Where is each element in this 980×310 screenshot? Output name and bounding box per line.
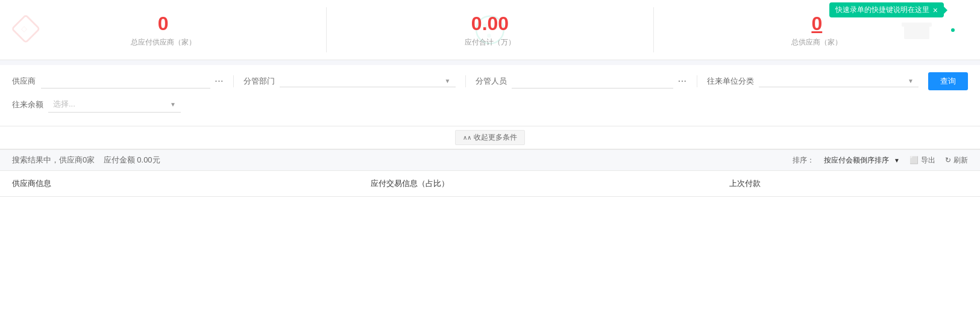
- sort-chevron-icon: ▼: [894, 157, 900, 164]
- col-header-supplier: 供应商信息: [12, 178, 371, 189]
- table-body: [0, 197, 980, 310]
- result-amount: 应付金额 0.00元: [104, 155, 160, 164]
- svg-rect-6: [904, 25, 929, 39]
- tooltip-close-btn[interactable]: ×: [933, 6, 938, 14]
- collapse-label: 收起更多条件: [474, 132, 517, 143]
- collapse-bar: ∧∧ 收起更多条件: [0, 126, 980, 149]
- total-suppliers-label: 总供应商（家）: [791, 37, 842, 48]
- payable-total-label: 应付合计（万）: [465, 37, 515, 48]
- stat-total-suppliers: 快速录单的快捷键说明在这里 × 0 总供应商（家）: [654, 7, 980, 52]
- sort-select[interactable]: 按应付会额倒序排序 ▼: [824, 155, 900, 166]
- diamond-icon: ◇: [11, 13, 44, 46]
- tooltip-bubble: 快速录单的快捷键说明在这里 ×: [829, 2, 944, 17]
- divider-2: [465, 75, 466, 87]
- person-label: 分管人员: [476, 76, 507, 87]
- result-summary: 搜索结果中，供应商0家 应付金额 0.00元: [12, 155, 160, 166]
- department-chevron-icon: ▼: [445, 78, 451, 84]
- export-label: 导出: [921, 155, 935, 166]
- divider-1: [233, 75, 234, 87]
- department-select[interactable]: ▼: [280, 75, 455, 87]
- filter-row-1: 供应商 ··· 分管部门 ▼ 分管人员 ··· 往来单位分类 ▼: [12, 72, 968, 90]
- query-button[interactable]: 查询: [928, 72, 968, 90]
- balance-chevron-icon: ▼: [170, 101, 176, 108]
- sort-label: 排序：: [793, 155, 814, 166]
- payable-total-number: 0.00: [471, 12, 509, 35]
- table-section: 供应商信息 应付交易信息（占比） 上次付款: [0, 171, 980, 310]
- suppliers-payable-label: 总应付供应商（家）: [131, 37, 196, 48]
- col-header-last-payment: 上次付款: [729, 178, 969, 189]
- balance-select[interactable]: 选择... ▼: [48, 96, 181, 113]
- filter-section: 供应商 ··· 分管部门 ▼ 分管人员 ··· 往来单位分类 ▼: [0, 65, 980, 126]
- table-header: 供应商信息 应付交易信息（占比） 上次付款: [0, 171, 980, 197]
- unit-class-chevron-icon: ▼: [908, 78, 914, 84]
- unit-class-label: 往来单位分类: [707, 76, 754, 87]
- refresh-label: 刷新: [953, 155, 968, 166]
- filter-person-group: 分管人员 ···: [476, 74, 687, 88]
- collapse-chevron-icon: ∧∧: [463, 134, 471, 141]
- refresh-button[interactable]: ↻ 刷新: [945, 155, 968, 166]
- svg-rect-7: [902, 22, 932, 26]
- supplier-label: 供应商: [12, 76, 36, 87]
- supplier-dots-btn[interactable]: ···: [215, 76, 224, 86]
- result-bar: 搜索结果中，供应商0家 应付金额 0.00元 排序： 按应付会额倒序排序 ▼ ⬜…: [0, 149, 980, 171]
- unit-class-select[interactable]: ▼: [759, 75, 919, 87]
- suppliers-icon: [902, 18, 932, 42]
- suppliers-payable-number: 0: [158, 12, 169, 35]
- filter-supplier-group: 供应商 ···: [12, 74, 224, 88]
- total-suppliers-number: 0: [811, 12, 822, 35]
- filter-row-2: 往来余额 选择... ▼: [12, 96, 968, 113]
- result-count: 搜索结果中，供应商0家: [12, 155, 95, 164]
- filter-balance-group: 往来余额 选择... ▼: [12, 96, 181, 113]
- tooltip-dot: [950, 27, 956, 33]
- filter-department-group: 分管部门 ▼: [243, 75, 455, 87]
- balance-select-text: 选择...: [53, 99, 75, 110]
- result-actions: 排序： 按应付会额倒序排序 ▼ ⬜ 导出 ↻ 刷新: [793, 155, 968, 166]
- supplier-input[interactable]: [41, 74, 210, 88]
- stat-suppliers-payable: ◇ 0 总应付供应商（家）: [0, 7, 327, 52]
- sort-value: 按应付会额倒序排序: [824, 155, 889, 166]
- export-button[interactable]: ⬜ 导出: [909, 155, 935, 166]
- collapse-button[interactable]: ∧∧ 收起更多条件: [455, 130, 525, 145]
- svg-text:◇: ◇: [21, 24, 27, 33]
- stats-bar: ◇ 0 总应付供应商（家） 0.00 应付合计（万） 快速录单的快捷键说明在这里…: [0, 0, 980, 60]
- divider-3: [697, 75, 697, 87]
- col-header-transaction: 应付交易信息（占比）: [371, 178, 729, 189]
- refresh-icon: ↻: [945, 156, 951, 164]
- filter-unit-class-group: 往来单位分类 ▼: [707, 75, 919, 87]
- balance-label: 往来余额: [12, 99, 43, 110]
- stat-payable-total: 0.00 应付合计（万）: [327, 7, 653, 52]
- export-icon: ⬜: [909, 156, 919, 164]
- person-dots-btn[interactable]: ···: [678, 76, 687, 86]
- department-label: 分管部门: [243, 76, 275, 87]
- tooltip-text: 快速录单的快捷键说明在这里: [835, 5, 929, 15]
- person-input[interactable]: [512, 74, 674, 88]
